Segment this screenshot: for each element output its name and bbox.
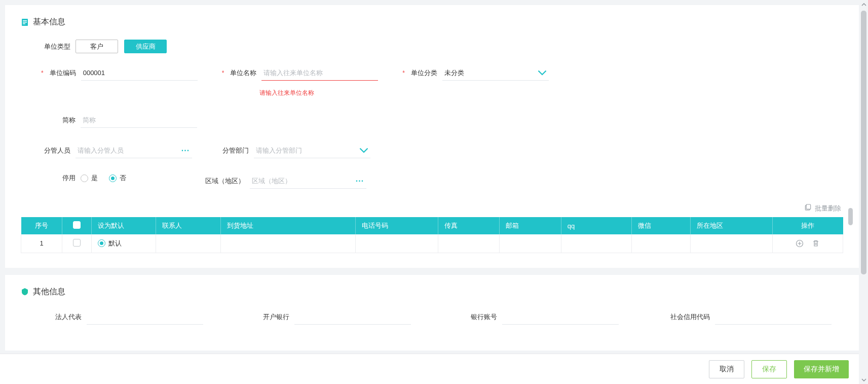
svg-rect-1 [23, 20, 27, 21]
th-seq: 序号 [21, 217, 62, 234]
ellipsis-icon[interactable]: ··· [355, 177, 364, 186]
social-credit-label: 社会信用代码 [659, 312, 710, 322]
short-name-input[interactable] [81, 113, 197, 128]
cell-phone[interactable] [356, 234, 438, 253]
th-contact: 联系人 [156, 217, 220, 234]
window-scrollbar[interactable] [859, 0, 868, 384]
unit-category-select[interactable] [442, 65, 549, 81]
bank-label: 开户银行 [244, 312, 289, 322]
batch-delete-label: 批量删除 [815, 204, 841, 213]
th-qq: qq [561, 217, 631, 234]
other-info-title: 其他信息 [33, 287, 65, 297]
batch-delete-link[interactable]: 批量删除 [21, 204, 841, 213]
unit-type-toggle: 客户 供应商 [76, 40, 167, 53]
disabled-radio-group: 是 否 [81, 173, 137, 183]
basic-info-header: 基本信息 [21, 17, 843, 27]
unit-category-label: 单位分类 [411, 68, 437, 78]
add-row-icon[interactable] [796, 239, 804, 248]
unit-type-supplier[interactable]: 供应商 [124, 40, 167, 53]
scroll-down-arrow-icon[interactable] [859, 375, 868, 384]
row-default-radio[interactable]: 默认 [98, 239, 122, 248]
th-email: 邮箱 [500, 217, 561, 234]
unit-name-error: 请输入往来单位名称 [259, 89, 314, 97]
unit-code-input[interactable] [81, 65, 198, 81]
trash-stack-icon [804, 204, 812, 213]
svg-rect-3 [23, 23, 25, 24]
disabled-yes-label: 是 [91, 173, 98, 183]
dept-input[interactable] [254, 143, 370, 158]
required-mark: * [41, 69, 44, 77]
other-info-header: 其他信息 [21, 287, 843, 297]
required-mark: * [222, 69, 224, 77]
bank-account-input[interactable] [502, 309, 619, 325]
basic-info-panel: 基本信息 单位类型 客户 供应商 * [5, 5, 859, 268]
th-location: 所在地区 [690, 217, 772, 234]
svg-rect-5 [806, 204, 810, 209]
cell-contact[interactable] [156, 234, 220, 253]
contacts-table: 序号 设为默认 联系人 到货地址 电话号码 传真 邮箱 qq 微信 所在地区 操… [21, 217, 843, 253]
th-wechat: 微信 [631, 217, 690, 234]
th-ops: 操作 [772, 217, 843, 234]
bank-input[interactable] [294, 309, 411, 325]
cell-fax[interactable] [438, 234, 500, 253]
th-checkbox[interactable] [62, 217, 92, 234]
save-button[interactable]: 保存 [751, 360, 787, 378]
inner-scrollbar-thumb[interactable] [848, 208, 853, 225]
other-info-panel: 其他信息 法人代表 开户银行 银行账号 [5, 275, 859, 351]
cell-location[interactable] [690, 234, 772, 253]
region-label: 区域（地区） [199, 177, 245, 186]
unit-name-label: 单位名称 [230, 68, 256, 78]
manager-input[interactable] [76, 143, 192, 158]
save-and-add-button[interactable]: 保存并新增 [794, 360, 849, 378]
cell-wechat[interactable] [631, 234, 690, 253]
short-name-label: 简称 [46, 116, 76, 125]
cell-ship-addr[interactable] [220, 234, 355, 253]
cancel-button[interactable]: 取消 [709, 360, 744, 378]
th-phone: 电话号码 [356, 217, 438, 234]
manager-label: 分管人员 [41, 146, 70, 155]
disabled-no-radio[interactable]: 否 [109, 173, 126, 183]
svg-rect-2 [23, 22, 27, 23]
chevron-down-icon[interactable] [538, 68, 547, 78]
unit-name-input[interactable] [261, 65, 378, 81]
cell-email[interactable] [500, 234, 561, 253]
disabled-label: 停用 [46, 173, 76, 183]
th-set-default: 设为默认 [92, 217, 156, 234]
row-default-label: 默认 [108, 239, 122, 248]
disabled-yes-radio[interactable]: 是 [81, 173, 98, 183]
unit-type-label: 单位类型 [41, 42, 70, 51]
basic-info-title: 基本信息 [33, 17, 65, 27]
info-icon [21, 288, 29, 296]
bank-account-label: 银行账号 [451, 312, 497, 322]
dept-label: 分管部门 [219, 146, 249, 155]
legal-rep-input[interactable] [87, 309, 203, 325]
disabled-no-label: 否 [120, 173, 126, 183]
legal-rep-label: 法人代表 [36, 312, 82, 322]
bottom-action-bar: 取消 保存 保存并新增 [0, 354, 859, 384]
region-input[interactable] [250, 173, 366, 189]
unit-type-customer[interactable]: 客户 [76, 40, 118, 53]
required-mark: * [402, 69, 405, 77]
ellipsis-icon[interactable]: ··· [181, 146, 190, 155]
th-ship-addr: 到货地址 [220, 217, 355, 234]
unit-code-label: 单位编码 [50, 68, 76, 78]
th-fax: 传真 [438, 217, 500, 234]
social-credit-input[interactable] [715, 309, 832, 325]
form-icon [21, 18, 29, 26]
cell-seq: 1 [21, 234, 62, 253]
row-checkbox[interactable] [73, 239, 81, 247]
scrollbar-thumb[interactable] [861, 11, 866, 274]
table-row: 1 默认 [21, 234, 843, 253]
delete-row-icon[interactable] [812, 239, 820, 248]
scrollbar-track[interactable] [859, 9, 868, 375]
chevron-down-icon[interactable] [359, 146, 368, 155]
scroll-up-arrow-icon[interactable] [859, 0, 868, 9]
cell-qq[interactable] [561, 234, 631, 253]
